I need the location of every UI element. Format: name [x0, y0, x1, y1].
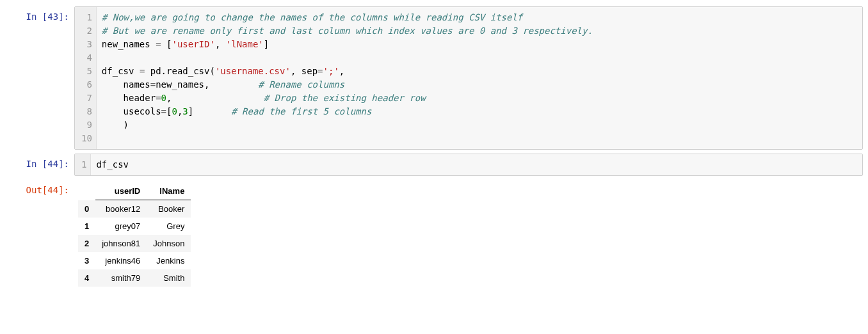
input-cell-44: In [44]: 1 df_csv [5, 154, 863, 176]
cell: johnson81 [95, 235, 147, 252]
prompt-out-44: Out[44]: [5, 180, 74, 197]
table-row: 1 grey07 Grey [78, 218, 191, 235]
prompt-in-44: In [44]: [5, 154, 74, 171]
table-row: 3 jenkins46 Jenkins [78, 252, 191, 269]
cell: smith79 [95, 269, 147, 287]
dataframe-table: userID lName 0 booker12 Booker 1 grey07 … [78, 182, 191, 287]
line-gutter: 1 [75, 154, 91, 175]
cell: grey07 [95, 218, 147, 235]
output-area: userID lName 0 booker12 Booker 1 grey07 … [74, 180, 863, 287]
cell: jenkins46 [95, 252, 147, 269]
cell: Grey [147, 218, 191, 235]
row-index: 1 [78, 218, 95, 235]
table-row: 4 smith79 Smith [78, 269, 191, 287]
cell: Johnson [147, 235, 191, 252]
row-index: 0 [78, 200, 95, 218]
output-cell-44: Out[44]: userID lName 0 booker12 Booker … [5, 180, 863, 287]
row-index: 3 [78, 252, 95, 269]
row-index: 4 [78, 269, 95, 287]
prompt-in-43: In [43]: [5, 6, 74, 24]
line-gutter: 1 2 3 4 5 6 7 8 9 10 [75, 7, 97, 149]
input-cell-43: In [43]: 1 2 3 4 5 6 7 8 9 10 # Now,we a… [5, 6, 863, 150]
cell: Booker [147, 200, 191, 218]
table-row: 0 booker12 Booker [78, 200, 191, 218]
code-input-43[interactable]: 1 2 3 4 5 6 7 8 9 10 # Now,we are going … [74, 6, 863, 150]
table-row: 2 johnson81 Johnson [78, 235, 191, 252]
table-header-row: userID lName [78, 182, 191, 200]
row-index: 2 [78, 235, 95, 252]
code-text[interactable]: # Now,we are going to change the names o… [97, 7, 862, 149]
cell: Jenkins [147, 252, 191, 269]
index-header [78, 182, 95, 200]
code-input-44[interactable]: 1 df_csv [74, 154, 863, 176]
code-text[interactable]: df_csv [91, 154, 862, 175]
cell: Smith [147, 269, 191, 287]
cell: booker12 [95, 200, 147, 218]
col-header: lName [147, 182, 191, 200]
col-header: userID [95, 182, 147, 200]
